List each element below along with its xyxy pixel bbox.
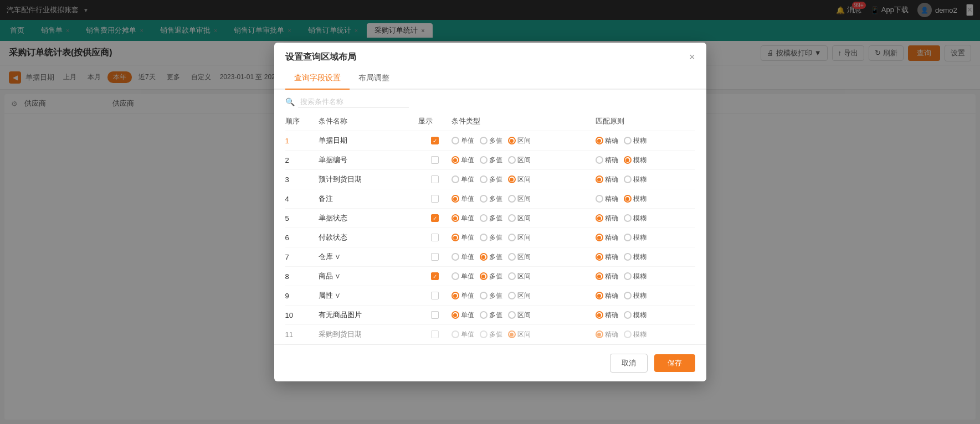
row-8-type-multi[interactable]: 多值 bbox=[480, 272, 502, 281]
row-1-type-multi[interactable]: 多值 bbox=[480, 136, 502, 146]
row-2-rule-fuzzy-radio[interactable] bbox=[624, 156, 632, 164]
row-6-type-multi[interactable]: 多值 bbox=[480, 233, 502, 242]
row-1-type-single-radio[interactable] bbox=[451, 137, 459, 144]
row-10-rule-exact[interactable]: 精确 bbox=[596, 311, 618, 320]
row-11-type-multi-radio[interactable] bbox=[480, 330, 488, 338]
row-10-type-multi[interactable]: 多值 bbox=[480, 311, 502, 320]
row-9-type-multi-radio[interactable] bbox=[480, 292, 488, 299]
row-1-type-range-radio[interactable] bbox=[508, 137, 516, 144]
row-5-checkbox[interactable] bbox=[431, 214, 439, 222]
row-2-type-range[interactable]: 区间 bbox=[508, 156, 531, 165]
row-3-type-single-radio[interactable] bbox=[451, 175, 459, 183]
row-3-rule-exact-radio[interactable] bbox=[596, 175, 603, 183]
row-4-type-range[interactable]: 区间 bbox=[508, 194, 531, 204]
row-11-type-single-radio[interactable] bbox=[451, 330, 459, 338]
row-3-type-multi[interactable]: 多值 bbox=[480, 175, 502, 184]
row-8-type-multi-radio[interactable] bbox=[480, 272, 488, 280]
row-2-rule-exact-radio[interactable] bbox=[596, 156, 603, 164]
row-8-rule-fuzzy-radio[interactable] bbox=[624, 272, 632, 280]
row-5-type-single[interactable]: 单值 bbox=[451, 214, 474, 223]
row-3-type-range[interactable]: 区间 bbox=[508, 175, 531, 184]
row-10-display[interactable] bbox=[418, 311, 451, 319]
row-11-checkbox[interactable] bbox=[431, 330, 439, 338]
row-2-rule-fuzzy[interactable]: 模糊 bbox=[624, 156, 647, 165]
row-4-display[interactable] bbox=[418, 195, 451, 203]
row-10-type-multi-radio[interactable] bbox=[480, 311, 488, 319]
dialog-tab-layout[interactable]: 布局调整 bbox=[350, 70, 398, 90]
row-5-rule-fuzzy-radio[interactable] bbox=[624, 214, 632, 222]
row-10-rule-fuzzy-radio[interactable] bbox=[624, 311, 632, 319]
row-2-rule-exact[interactable]: 精确 bbox=[596, 156, 618, 165]
row-7-type-range[interactable]: 区间 bbox=[508, 252, 531, 262]
cancel-button[interactable]: 取消 bbox=[610, 354, 648, 373]
row-4-type-multi[interactable]: 多值 bbox=[480, 194, 502, 204]
row-4-rule-exact[interactable]: 精确 bbox=[596, 194, 618, 204]
row-1-type-multi-radio[interactable] bbox=[480, 137, 488, 144]
row-7-display[interactable] bbox=[418, 253, 451, 261]
row-8-display[interactable] bbox=[418, 272, 451, 280]
row-5-type-multi-radio[interactable] bbox=[480, 214, 488, 222]
row-3-rule-exact[interactable]: 精确 bbox=[596, 175, 618, 184]
row-8-checkbox[interactable] bbox=[431, 272, 439, 280]
row-6-type-single[interactable]: 单值 bbox=[451, 233, 474, 242]
row-1-checkbox[interactable] bbox=[431, 137, 439, 144]
row-4-rule-exact-radio[interactable] bbox=[596, 195, 603, 203]
row-9-rule-fuzzy-radio[interactable] bbox=[624, 292, 632, 299]
row-9-rule-exact-radio[interactable] bbox=[596, 292, 603, 299]
row-3-checkbox[interactable] bbox=[431, 175, 439, 183]
row-7-type-multi[interactable]: 多值 bbox=[480, 252, 502, 262]
row-2-type-single[interactable]: 单值 bbox=[451, 156, 474, 165]
row-1-rule-fuzzy[interactable]: 模糊 bbox=[624, 136, 647, 146]
row-2-type-multi-radio[interactable] bbox=[480, 156, 488, 164]
row-9-type-range[interactable]: 区间 bbox=[508, 291, 531, 301]
row-3-rule-fuzzy[interactable]: 模糊 bbox=[624, 175, 647, 184]
row-4-type-range-radio[interactable] bbox=[508, 195, 516, 203]
row-1-display[interactable] bbox=[418, 137, 451, 144]
row-8-type-single[interactable]: 单值 bbox=[451, 272, 474, 281]
row-11-rule-exact[interactable]: 精确 bbox=[596, 330, 618, 339]
row-7-rule-fuzzy[interactable]: 模糊 bbox=[624, 252, 647, 262]
row-10-type-range[interactable]: 区间 bbox=[508, 311, 531, 320]
row-6-type-multi-radio[interactable] bbox=[480, 234, 488, 241]
row-7-type-single[interactable]: 单值 bbox=[451, 252, 474, 262]
row-7-type-multi-radio[interactable] bbox=[480, 253, 488, 261]
row-9-display[interactable] bbox=[418, 292, 451, 299]
row-4-rule-fuzzy[interactable]: 模糊 bbox=[624, 194, 647, 204]
row-2-type-range-radio[interactable] bbox=[508, 156, 516, 164]
row-6-type-range-radio[interactable] bbox=[508, 234, 516, 241]
row-8-rule-exact[interactable]: 精确 bbox=[596, 272, 618, 281]
row-5-type-range[interactable]: 区间 bbox=[508, 214, 531, 223]
row-5-rule-exact-radio[interactable] bbox=[596, 214, 603, 222]
row-2-type-single-radio[interactable] bbox=[451, 156, 459, 164]
row-8-type-range-radio[interactable] bbox=[508, 272, 516, 280]
row-9-type-range-radio[interactable] bbox=[508, 292, 516, 299]
row-9-type-single-radio[interactable] bbox=[451, 292, 459, 299]
row-9-rule-exact[interactable]: 精确 bbox=[596, 291, 618, 301]
row-11-type-multi[interactable]: 多值 bbox=[480, 330, 502, 339]
row-3-type-single[interactable]: 单值 bbox=[451, 175, 474, 184]
row-5-rule-fuzzy[interactable]: 模糊 bbox=[624, 214, 647, 223]
row-1-rule-fuzzy-radio[interactable] bbox=[624, 137, 632, 144]
row-5-rule-exact[interactable]: 精确 bbox=[596, 214, 618, 223]
row-10-type-range-radio[interactable] bbox=[508, 311, 516, 319]
row-8-type-range[interactable]: 区间 bbox=[508, 272, 531, 281]
row-7-rule-fuzzy-radio[interactable] bbox=[624, 253, 632, 261]
row-7-rule-exact[interactable]: 精确 bbox=[596, 252, 618, 262]
row-2-display[interactable] bbox=[418, 156, 451, 164]
row-10-checkbox[interactable] bbox=[431, 311, 439, 319]
row-1-rule-exact-radio[interactable] bbox=[596, 137, 603, 144]
row-6-type-single-radio[interactable] bbox=[451, 234, 459, 241]
row-5-type-multi[interactable]: 多值 bbox=[480, 214, 502, 223]
row-8-type-single-radio[interactable] bbox=[451, 272, 459, 280]
row-6-rule-fuzzy[interactable]: 模糊 bbox=[624, 233, 647, 242]
modal-overlay[interactable]: 设置查询区域布局 × 查询字段设置 布局调整 🔍 顺序 条件名称 显示 条件类型 bbox=[0, 0, 980, 424]
search-input[interactable] bbox=[298, 96, 409, 107]
row-3-type-multi-radio[interactable] bbox=[480, 175, 488, 183]
row-11-rule-fuzzy[interactable]: 模糊 bbox=[624, 330, 647, 339]
row-10-rule-exact-radio[interactable] bbox=[596, 311, 603, 319]
row-3-type-range-radio[interactable] bbox=[508, 175, 516, 183]
row-6-rule-fuzzy-radio[interactable] bbox=[624, 234, 632, 241]
row-11-type-range[interactable]: 区间 bbox=[508, 330, 531, 339]
save-button[interactable]: 保存 bbox=[654, 354, 695, 372]
row-8-rule-exact-radio[interactable] bbox=[596, 272, 603, 280]
